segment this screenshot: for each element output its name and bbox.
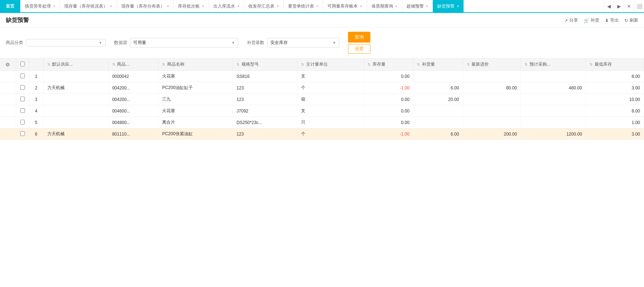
table-row: 1 0000042 火花塞 SS816 支 0.00 8.00 <box>0 71 644 82</box>
col-header-est-purchase[interactable]: ⇅ 预计采购... <box>521 58 586 71</box>
col-header-code[interactable]: ⇅ 商品... <box>108 58 158 71</box>
tab-maximize-btn[interactable]: ⬜ <box>634 0 644 13</box>
query-button[interactable]: 查询 <box>348 32 370 43</box>
row-supplier-cell: 力天机械 <box>43 82 108 94</box>
row-spec-cell: SS816 <box>233 71 297 82</box>
row-checkbox-cell[interactable] <box>16 82 29 94</box>
tab-available[interactable]: 可用量库存账本 × <box>323 0 367 12</box>
tab-inout-flow[interactable]: 出入库流水 × <box>209 0 244 12</box>
filter-right-buttons: 查询 设置 <box>348 32 370 54</box>
basis-filter-group: 补货基数 安全库存 ▼ <box>247 38 339 48</box>
unit-sort-icon: ⇅ <box>301 62 304 66</box>
tab-inventory-status-close[interactable]: × <box>110 4 112 8</box>
tab-overstock-close[interactable]: × <box>426 4 428 8</box>
row-checkbox[interactable] <box>20 120 25 124</box>
tab-prev-btn[interactable]: ◀ <box>604 0 614 13</box>
tab-batch-close[interactable]: × <box>202 4 204 8</box>
category-select[interactable]: ▼ <box>26 39 105 47</box>
tab-inventory-dist-close[interactable]: × <box>167 4 169 8</box>
tab-inventory-status[interactable]: 现存量（库存状况表） × <box>60 0 117 12</box>
col-header-unit[interactable]: ⇅ 主计量单位 <box>297 58 364 71</box>
page-header: 缺货预警 ↗ 分享 🛒 补货 ⬇ 导出 ↻ 刷新 <box>0 13 644 27</box>
row-min-stock-cell: 8.00 <box>586 71 644 82</box>
replenish-icon: 🛒 <box>584 18 589 23</box>
export-label: 导出 <box>610 17 619 23</box>
row-spec-cell: J7092 <box>233 105 297 117</box>
tab-home[interactable]: 首页 <box>0 0 21 12</box>
col-header-supplier[interactable]: ⇅ 默认供应... <box>43 58 108 71</box>
tab-inout-flow-close[interactable]: × <box>237 4 239 8</box>
col-header-min-stock[interactable]: ⇅ 最低库存 <box>586 58 644 71</box>
tab-shortage-close[interactable]: × <box>457 4 459 8</box>
tab-expiry[interactable]: 保质期查询 × <box>367 0 402 12</box>
row-stock-cell: 0.00 <box>364 105 413 117</box>
tab-abnormal[interactable]: 拣货异常处理 × <box>21 0 60 12</box>
gear-settings-icon[interactable]: ⚙ <box>5 62 10 67</box>
tab-expiry-close[interactable]: × <box>395 4 397 8</box>
basis-select-value: 安全库存 <box>270 40 288 46</box>
row-checkbox[interactable] <box>20 131 25 136</box>
export-button[interactable]: ⬇ 导出 <box>605 17 619 23</box>
share-button[interactable]: ↗ 分享 <box>564 17 578 23</box>
table-body: 1 0000042 火花塞 SS816 支 0.00 8.00 2 力天机械 0… <box>0 71 644 140</box>
min-stock-sort-icon: ⇅ <box>589 62 592 66</box>
select-all-checkbox[interactable] <box>20 62 25 66</box>
row-checkbox-cell[interactable] <box>16 71 29 82</box>
spec-sort-icon: ⇅ <box>236 62 239 66</box>
tab-batch[interactable]: 库存批次账 × <box>174 0 209 12</box>
tab-available-label: 可用量库存账本 <box>327 3 358 9</box>
tab-inventory-dist[interactable]: 现存量（库存分布表） × <box>117 0 174 12</box>
supplier-sort-icon: ⇅ <box>47 62 50 66</box>
row-unit-cell: 只 <box>297 117 364 128</box>
tab-close-btn[interactable]: ✕ <box>624 0 634 13</box>
basis-select[interactable]: 安全库存 ▼ <box>267 38 339 48</box>
tab-collection-close[interactable]: × <box>277 4 279 8</box>
datasource-select[interactable]: 可用量 ▼ <box>130 38 238 48</box>
col-header-spec[interactable]: ⇅ 规格型号 <box>233 58 297 71</box>
col-header-gear[interactable]: ⚙ <box>0 58 16 71</box>
row-checkbox[interactable] <box>20 85 25 90</box>
row-est-purchase-cell: 480.00 <box>521 82 586 94</box>
tab-overstock[interactable]: 超储预警 × <box>402 0 433 12</box>
name-sort-icon: ⇅ <box>162 62 165 66</box>
settings-button[interactable]: 设置 <box>348 44 370 54</box>
row-supplier-cell <box>43 117 108 128</box>
row-checkbox[interactable] <box>20 97 25 101</box>
replenish-button[interactable]: 🛒 补货 <box>584 17 599 23</box>
table-row: 2 力天机械 004200... PC200油缸缸子 123 个 -1.00 6… <box>0 82 644 94</box>
tab-collection[interactable]: 收发存汇总表 × <box>244 0 283 12</box>
row-min-stock-cell: 3.00 <box>586 82 644 94</box>
tab-demand-stat-close[interactable]: × <box>316 4 318 8</box>
row-latest-price-cell <box>463 71 521 82</box>
row-checkbox-cell[interactable] <box>16 105 29 117</box>
col-header-latest-price[interactable]: ⇅ 最新进价 <box>463 58 521 71</box>
col-header-replenish[interactable]: ⇅ 补货量 <box>413 58 463 71</box>
tab-shortage[interactable]: 缺货预警 × <box>433 0 464 12</box>
row-spec-cell: 123 <box>233 82 297 94</box>
filter-area: 商品分类 ▼ 数据源 可用量 ▼ 补货基数 安全库存 ▼ 查询 设置 <box>0 27 644 58</box>
row-stock-cell: -1.00 <box>364 82 413 94</box>
row-no-cell: 3 <box>29 94 43 105</box>
row-spec-cell: 123 <box>233 128 297 140</box>
header-actions: ↗ 分享 🛒 补货 ⬇ 导出 ↻ 刷新 <box>564 17 638 23</box>
row-checkbox-cell[interactable] <box>16 94 29 105</box>
col-header-stock[interactable]: ⇅ 库存量 <box>364 58 413 71</box>
tab-batch-label: 库存批次账 <box>178 3 200 9</box>
row-unit-cell: 支 <box>297 71 364 82</box>
row-gear-cell <box>0 94 16 105</box>
col-header-checkbox[interactable] <box>16 58 29 71</box>
latest-price-sort-icon: ⇅ <box>467 62 470 66</box>
tab-available-close[interactable]: × <box>360 4 362 8</box>
tab-next-btn[interactable]: ▶ <box>614 0 624 13</box>
row-checkbox[interactable] <box>20 74 25 78</box>
data-table: ⚙ ⇅ 默认供应... ⇅ 商品... ⇅ <box>0 58 644 140</box>
row-unit-cell: 个 <box>297 128 364 140</box>
row-checkbox[interactable] <box>20 108 25 113</box>
col-header-name[interactable]: ⇅ 商品名称 <box>158 58 233 71</box>
refresh-button[interactable]: ↻ 刷新 <box>625 17 638 23</box>
tab-demand-stat[interactable]: 要货单统计表 × <box>284 0 323 12</box>
tab-abnormal-close[interactable]: × <box>53 4 55 8</box>
row-checkbox-cell[interactable] <box>16 117 29 128</box>
row-checkbox-cell[interactable] <box>16 128 29 140</box>
row-stock-cell: -1.00 <box>364 128 413 140</box>
